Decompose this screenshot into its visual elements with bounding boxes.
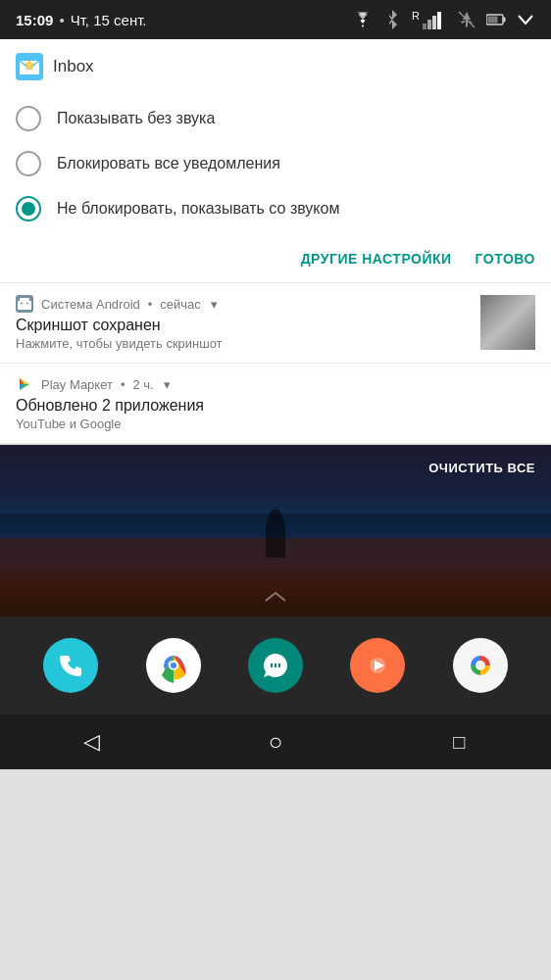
svg-rect-7 bbox=[488, 17, 498, 24]
svg-point-24 bbox=[171, 662, 176, 668]
status-icons-group: R bbox=[353, 10, 535, 29]
play-app-name: Play Маркет bbox=[41, 377, 113, 392]
android-notification-desc: Нажмите, чтобы увидеть скриншот bbox=[16, 336, 471, 351]
android-notification-title: Скриншот сохранен bbox=[16, 317, 471, 334]
clear-all-button[interactable]: ОЧИСТИТЬ ВСЕ bbox=[428, 461, 535, 475]
home-button[interactable]: ○ bbox=[246, 722, 305, 761]
notification-app-row-android: Система Android • сейчас ▾ bbox=[16, 295, 471, 313]
screenshot-thumbnail bbox=[480, 295, 535, 350]
play-notification-time: 2 ч. bbox=[132, 377, 153, 392]
other-settings-button[interactable]: ДРУГИЕ НАСТРОЙКИ bbox=[301, 251, 452, 267]
svg-rect-3 bbox=[437, 12, 441, 29]
notification-play-market[interactable]: Play Маркет • 2 ч. ▾ Обновлено 2 приложе… bbox=[0, 364, 551, 444]
notification-panel: Inbox Показывать без звука Блокировать в… bbox=[0, 39, 551, 445]
wallpaper-section: ОЧИСТИТЬ ВСЕ bbox=[0, 445, 551, 616]
inbox-header: Inbox bbox=[16, 53, 535, 80]
expand-icon[interactable] bbox=[516, 10, 535, 29]
action-buttons: ДРУГИЕ НАСТРОЙКИ ГОТОВО bbox=[16, 243, 535, 267]
play-expand-chevron: ▾ bbox=[164, 377, 171, 392]
status-separator: • bbox=[59, 12, 64, 28]
scroll-indicator bbox=[264, 591, 287, 605]
notification-android-body: Система Android • сейчас ▾ Скриншот сохр… bbox=[16, 295, 471, 351]
play-notification-title: Обновлено 2 приложения bbox=[16, 397, 535, 415]
radio-label-silent: Показывать без звука bbox=[57, 110, 215, 127]
notification-android-system[interactable]: Система Android • сейчас ▾ Скриншот сохр… bbox=[0, 283, 551, 364]
radio-options: Показывать без звука Блокировать все уве… bbox=[16, 96, 535, 231]
play-notification-desc: YouTube и Google bbox=[16, 416, 535, 431]
radio-label-block: Блокировать все уведомления bbox=[57, 155, 280, 172]
android-notification-time: сейчас bbox=[160, 297, 201, 312]
svg-point-13 bbox=[21, 303, 23, 305]
inbox-section: Inbox Показывать без звука Блокировать в… bbox=[0, 39, 551, 283]
dock-hangouts-icon[interactable] bbox=[248, 638, 303, 693]
android-system-icon bbox=[16, 295, 33, 313]
radio-option-block[interactable]: Блокировать все уведомления bbox=[16, 141, 535, 186]
svg-rect-2 bbox=[432, 16, 436, 29]
radio-circle-sound bbox=[16, 196, 41, 221]
play-market-icon bbox=[16, 375, 33, 393]
recents-button[interactable]: □ bbox=[429, 722, 488, 761]
bluetooth-icon bbox=[382, 10, 402, 29]
dock-play-music-icon[interactable] bbox=[350, 638, 405, 693]
radio-label-sound: Не блокировать, показывать со звуком bbox=[57, 200, 339, 218]
nav-bar: ◁ ○ □ bbox=[0, 714, 551, 769]
svg-rect-0 bbox=[423, 24, 426, 29]
dock-phone-icon[interactable] bbox=[43, 638, 98, 693]
svg-point-14 bbox=[26, 303, 28, 305]
radio-option-silent[interactable]: Показывать без звука bbox=[16, 96, 535, 141]
dock-chrome-icon[interactable] bbox=[146, 638, 201, 693]
svg-point-29 bbox=[476, 661, 485, 670]
radio-option-sound[interactable]: Не блокировать, показывать со звуком bbox=[16, 186, 535, 231]
done-button[interactable]: ГОТОВО bbox=[476, 251, 535, 267]
signal-icon: R bbox=[412, 10, 447, 29]
svg-rect-6 bbox=[504, 18, 506, 23]
notification-app-row-play: Play Маркет • 2 ч. ▾ bbox=[16, 375, 535, 393]
status-bar: 15:09 • Чт, 15 сент. R bbox=[0, 0, 551, 39]
android-app-name: Система Android bbox=[41, 297, 140, 312]
svg-rect-12 bbox=[20, 298, 29, 303]
inbox-app-icon bbox=[16, 53, 43, 80]
back-button[interactable]: ◁ bbox=[63, 722, 122, 761]
inbox-title: Inbox bbox=[53, 57, 94, 76]
svg-rect-1 bbox=[427, 20, 431, 29]
status-date: Чт, 15 сент. bbox=[71, 12, 147, 28]
dock-photos-icon[interactable] bbox=[453, 638, 508, 693]
airplane-icon bbox=[457, 10, 476, 29]
battery-icon bbox=[486, 10, 506, 29]
radio-circle-block bbox=[16, 151, 41, 176]
radio-circle-silent bbox=[16, 106, 41, 131]
notification-play-body: Play Маркет • 2 ч. ▾ Обновлено 2 приложе… bbox=[16, 375, 535, 431]
status-time: 15:09 bbox=[16, 12, 53, 28]
wifi-icon bbox=[353, 10, 373, 29]
dock bbox=[0, 616, 551, 714]
android-expand-chevron: ▾ bbox=[211, 297, 218, 312]
